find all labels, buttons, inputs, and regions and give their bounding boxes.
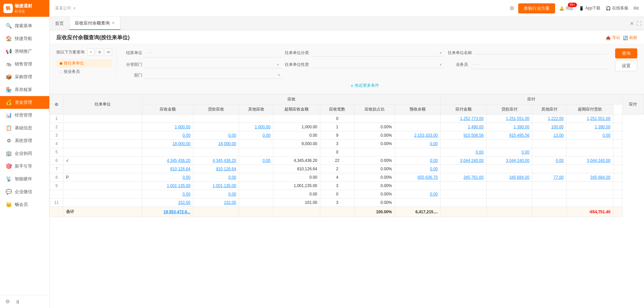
main-content: 应收应付余额查询(按往来单位) 📤 导出 🔄 刷新 按以下方案查询: [50, 30, 644, 308]
service-button[interactable]: 🎧 在线客服: [606, 5, 628, 11]
table-row: 0.000.000.0000.00%0.00: [50, 190, 644, 199]
sidebar-item-enterprise[interactable]: 🏢 企业协同: [0, 147, 49, 160]
filter-settlement-unit: 结算单位 ···: [122, 48, 281, 57]
query-button[interactable]: 查询: [615, 48, 637, 58]
partner-category-label: 往来单位分类: [285, 50, 309, 56]
app-label: App下载: [585, 5, 600, 11]
collapse-button[interactable]: ∧ 收起更多条件: [122, 81, 607, 90]
setting-button[interactable]: 设置: [615, 60, 637, 71]
breadcrumb-arrow-icon: ▼: [72, 6, 76, 11]
partner-name-input[interactable]: [475, 51, 607, 54]
sidebar-item-label: 销售管理: [15, 61, 32, 67]
message-icon: 🔔: [559, 6, 564, 11]
sidebar-item-label: 营销推广: [15, 48, 32, 54]
header-right: 🔔 消息 99+ 📱 App下载 🎧 在线客服 Rit: [559, 5, 639, 11]
filter-row-1: 结算单位 ··· 往来单位分类 ▼: [122, 48, 607, 57]
partner-nature-arrow-icon: ▼: [439, 63, 442, 67]
col-overdue-ar: 超期应收金额: [273, 104, 320, 115]
sidebar-item-guide[interactable]: 🎯 新手引导: [0, 160, 49, 173]
tab-ar-ap-label: 应收应付余额查询: [75, 20, 110, 26]
partner-nature-label: 往来单位性质: [285, 62, 309, 68]
tab-close-icon[interactable]: ✕: [112, 21, 115, 25]
table-row: 500.000.00: [50, 148, 644, 157]
filter-partner-category: 往来单位分类 ▼: [285, 48, 444, 57]
app-download-button[interactable]: 📱 App下载: [579, 5, 600, 11]
sidebar-item-finance[interactable]: 💰 资金管理: [0, 96, 49, 109]
header-gear-icon[interactable]: ⚙: [509, 5, 514, 11]
refresh-button[interactable]: 🔄 刷新: [623, 35, 637, 41]
tab-ar-ap[interactable]: 应收应付余额查询 ✕: [69, 17, 120, 30]
tab-close-window-icon[interactable]: ✕: [630, 21, 634, 26]
salesperson-dots: ···: [473, 61, 479, 68]
tab-home[interactable]: 首页: [50, 17, 69, 30]
sidebar-item-basic-info[interactable]: 📋 基础信息: [0, 122, 49, 134]
partner-name-label: 往来单位名称: [448, 50, 472, 56]
partner-category-input[interactable]: ▼: [312, 50, 444, 56]
footer-other-ar: [239, 207, 273, 217]
solution-button[interactable]: 体验行业方案: [518, 3, 555, 13]
dept-manager-arrow-icon: ▼: [276, 63, 279, 67]
dept-manager-label: 分管部门: [122, 62, 142, 68]
sidebar-item-operations[interactable]: 📊 经营管理: [0, 109, 49, 122]
sidebar: 畅 畅捷通财 标准版 🔍 搜索菜单 🏠 快捷导航 📢 营销推广 🛍 销售管理 📦…: [0, 0, 50, 308]
sidebar-item-quick-nav[interactable]: 🏠 快捷导航: [0, 32, 49, 45]
collapse-scheme-button[interactable]: ≪: [105, 48, 112, 56]
system-icon: ⚙: [5, 138, 12, 144]
sidebar-item-purchase[interactable]: 📦 采购管理: [0, 71, 49, 83]
sidebar-item-sales[interactable]: 🛍 销售管理: [0, 58, 49, 71]
edit-scheme-button[interactable]: ⊕: [96, 48, 103, 56]
col-ar-count: 应收笔数: [320, 104, 354, 115]
export-button[interactable]: 📤 导出: [606, 35, 620, 41]
sidebar-settings-icon[interactable]: ⚙: [5, 299, 10, 305]
dept-input[interactable]: ▼: [145, 72, 283, 79]
scheme-dot-icon: [60, 62, 62, 65]
add-scheme-button[interactable]: +: [87, 48, 95, 56]
table-row: 418,000.0018,000.009,000.0030.00%0.00: [50, 140, 644, 148]
message-badge: 99+: [568, 3, 577, 7]
sidebar-item-inventory[interactable]: 🏪 库存核算: [0, 83, 49, 96]
sidebar-item-label: 库存核算: [15, 87, 32, 93]
dept-arrow-icon: ▼: [277, 73, 281, 77]
sidebar-logo: 畅 畅捷通财 标准版: [0, 0, 49, 17]
sidebar-item-system[interactable]: ⚙ 系统管理: [0, 134, 49, 147]
filter-dept: 部门 ▼: [122, 72, 283, 79]
tab-expand-icon[interactable]: ⛶: [637, 21, 641, 26]
wechat-icon: 💬: [5, 189, 12, 195]
filter-scheme-actions: + ⊕ ≪: [87, 48, 112, 56]
partner-category-arrow-icon: ▼: [439, 51, 442, 55]
sidebar-item-wechat[interactable]: 💬 企业微信: [0, 185, 49, 198]
sidebar-item-smart-hw[interactable]: 📡 智能硬件: [0, 173, 49, 185]
inventory-icon: 🏪: [5, 87, 12, 93]
footer-ar-ratio: 100.00%: [354, 207, 395, 217]
sidebar-item-marketing[interactable]: 📢 营销推广: [0, 45, 49, 58]
header: 某某公司 ▼ ⚙ 体验行业方案 🔔 消息 99+ 📱 App下载 🎧 在线客服 …: [50, 0, 644, 17]
footer-ap-rest: [613, 207, 622, 217]
col-overdue-ap: 超期应付货款: [567, 104, 613, 115]
col-settings-icon[interactable]: ⚙: [50, 94, 63, 115]
scheme-by-partner[interactable]: 按往来单位: [56, 59, 112, 68]
sidebar-item-label: 搜索菜单: [15, 23, 32, 29]
basic-info-icon: 📋: [5, 125, 12, 131]
sidebar-item-member[interactable]: 👑 畅会员: [0, 198, 49, 211]
table-row: 91,001,135.001,001,135.001,001,135.0030.…: [50, 182, 644, 190]
sidebar-collapse-icon[interactable]: ⏸: [15, 299, 20, 305]
sidebar-item-search-menu[interactable]: 🔍 搜索菜单: [0, 19, 49, 32]
footer-loan-ap: [486, 207, 532, 217]
quick-nav-icon: 🏠: [5, 36, 12, 42]
dept-manager-input[interactable]: ▼: [145, 61, 281, 68]
sidebar-item-label: 系统管理: [15, 138, 32, 144]
smart-hw-icon: 📡: [5, 176, 12, 182]
col-other-ap: 其他应付: [532, 104, 567, 115]
user-menu[interactable]: Rit: [634, 6, 639, 11]
settlement-unit-input[interactable]: ···: [145, 48, 281, 57]
table-wrapper[interactable]: ⚙ 往来单位 应收 应付 应付 应收金额 贷款应收 其他应收 超期应收金额 应收…: [50, 94, 644, 308]
col-ap-amount: 应付金额: [441, 104, 487, 115]
message-button[interactable]: 🔔 消息 99+: [559, 5, 574, 11]
scheme-by-salesperson[interactable]: 按业务员: [56, 68, 112, 76]
refresh-icon: 🔄: [623, 36, 628, 40]
footer-other-ap: [532, 207, 567, 217]
filter-scheme: 按以下方案查询 + ⊕ ≪: [56, 48, 112, 56]
collapse-label: 收起更多条件: [355, 83, 379, 88]
partner-nature-input[interactable]: ▼: [312, 61, 444, 68]
salesperson-input[interactable]: ···: [471, 60, 607, 69]
